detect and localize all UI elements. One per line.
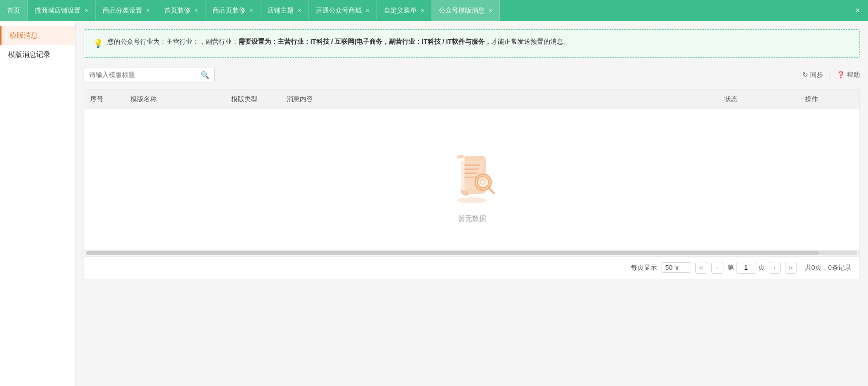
search-icon[interactable]: 🔍 [201, 71, 209, 79]
nav-tab-category-close[interactable]: × [146, 7, 150, 14]
notice-text: 您的公众号行业为：主营行业：，副营行业：需要设置为：主营行业：IT科技 / 互联… [107, 37, 570, 47]
th-action: 操作 [799, 90, 859, 109]
nav-tab-shop-theme-close[interactable]: × [298, 7, 301, 14]
svg-point-6 [478, 177, 489, 188]
nav-tab-weshop[interactable]: 微商城店铺设置 × [28, 0, 96, 21]
toolbar-divider: | [829, 71, 831, 79]
nav-tab-shop-theme-label: 店铺主题 [268, 6, 294, 15]
nav-tab-template-msg-label: 公众号模版消息 [439, 6, 485, 15]
nav-tab-homepage-label: 首页装修 [164, 6, 190, 15]
sync-button[interactable]: ↻ 同步 [803, 70, 823, 80]
th-name: 模版名称 [124, 90, 225, 109]
page-first-button[interactable]: ⊲ [695, 262, 707, 274]
sidebar-item-template-msg[interactable]: 模版消息 [0, 26, 75, 45]
page-input-wrap: 第 页 [727, 262, 765, 274]
nav-tab-product-decor-close[interactable]: × [249, 7, 253, 14]
svg-line-7 [489, 188, 494, 193]
search-bar: 🔍 ↻ 同步 | ❓ 帮助 [84, 67, 860, 83]
notice-prefix: 您的公众号行业为：主营行业：，副营行业： [107, 38, 238, 45]
page-size-label: 每页显示 [631, 263, 657, 272]
empty-text: 暂无数据 [458, 214, 486, 223]
main-layout: 模版消息 模版消息记录 💡 您的公众号行业为：主营行业：，副营行业：需要设置为：… [0, 21, 868, 386]
nav-tab-template-msg[interactable]: 公众号模版消息 × [432, 0, 500, 21]
svg-point-0 [457, 197, 487, 203]
th-content: 消息内容 [281, 90, 718, 109]
sidebar-item-template-msg-log[interactable]: 模版消息记录 [0, 45, 75, 64]
page-suffix: 页 [758, 263, 765, 272]
page-next-button[interactable]: › [769, 262, 781, 274]
nav-tab-shop-theme[interactable]: 店铺主题 × [260, 0, 309, 21]
horizontal-scrollbar[interactable] [84, 250, 859, 256]
notice-box: 💡 您的公众号行业为：主营行业：，副营行业：需要设置为：主营行业：IT科技 / … [84, 29, 860, 58]
nav-tab-template-msg-close[interactable]: × [489, 7, 492, 14]
content-area: 💡 您的公众号行业为：主营行业：，副营行业：需要设置为：主营行业：IT科技 / … [76, 21, 868, 386]
table-header: 序号 模版名称 模版类型 消息内容 状态 操作 [84, 90, 859, 109]
nav-tab-custom-menu-label: 自定义菜单 [384, 6, 417, 15]
nav-tab-product-decor-label: 商品页装修 [213, 6, 245, 15]
pagination: 每页显示 50 ∨ ⊲ ‹ 第 页 › ⊳ 共0页，0条记录 [84, 256, 859, 279]
nav-tab-home-label: 首页 [7, 6, 20, 15]
help-button[interactable]: ❓ 帮助 [837, 70, 860, 80]
nav-tab-home[interactable]: 首页 [0, 0, 28, 21]
page-last-button[interactable]: ⊳ [785, 262, 797, 274]
nav-tab-product-decor[interactable]: 商品页装修 × [206, 0, 260, 21]
toolbar-right: ↻ 同步 | ❓ 帮助 [803, 70, 860, 80]
sidebar-item-template-msg-log-label: 模版消息记录 [8, 50, 50, 58]
nav-tab-open-mall-label: 开通公众号商城 [316, 6, 362, 15]
nav-tab-category[interactable]: 商品分类设置 × [96, 0, 157, 21]
page-size-chevron-icon: ∨ [675, 264, 680, 271]
help-label: 帮助 [847, 70, 860, 80]
page-total: 共0页，0条记录 [805, 263, 851, 272]
data-table: 序号 模版名称 模版类型 消息内容 状态 操作 [84, 89, 860, 279]
search-input[interactable] [89, 71, 201, 79]
nav-tab-open-mall[interactable]: 开通公众号商城 × [309, 0, 377, 21]
notice-suffix: 才能正常发送预置的消息。 [491, 38, 570, 45]
help-icon: ❓ [837, 71, 845, 79]
top-nav: 首页 微商城店铺设置 × 商品分类设置 × 首页装修 × 商品页装修 × 店铺主… [0, 0, 868, 21]
page-prev-button[interactable]: ‹ [711, 262, 723, 274]
sync-label: 同步 [810, 70, 823, 80]
sync-icon: ↻ [803, 71, 808, 79]
page-size-value: 50 [665, 264, 673, 271]
nav-tab-category-label: 商品分类设置 [103, 6, 142, 15]
nav-tab-custom-menu[interactable]: 自定义菜单 × [377, 0, 432, 21]
nav-tab-custom-menu-close[interactable]: × [421, 7, 424, 14]
notice-icon: 💡 [93, 37, 103, 50]
page-input[interactable] [736, 262, 756, 274]
page-label: 第 [727, 263, 734, 272]
sidebar: 模版消息 模版消息记录 [0, 21, 76, 386]
close-all-button[interactable]: × [847, 6, 868, 15]
th-type: 模版类型 [225, 90, 281, 109]
notice-highlight: 需要设置为：主营行业：IT科技 / 互联网|电子商务，副营行业：IT科技 / I… [238, 38, 491, 45]
page-size-select[interactable]: 50 ∨ [661, 262, 691, 273]
nav-tab-homepage-close[interactable]: × [194, 7, 198, 14]
nav-tab-weshop-close[interactable]: × [85, 7, 88, 14]
search-input-wrap[interactable]: 🔍 [84, 67, 215, 83]
empty-state: 暂无数据 [84, 109, 859, 250]
th-seq: 序号 [84, 90, 124, 109]
empty-icon [442, 146, 502, 206]
nav-tab-weshop-label: 微商城店铺设置 [35, 6, 81, 15]
nav-tab-homepage[interactable]: 首页装修 × [157, 0, 206, 21]
scrollbar-thumb[interactable] [86, 251, 819, 255]
scrollbar-track[interactable] [86, 251, 857, 255]
nav-tab-open-mall-close[interactable]: × [366, 7, 369, 14]
sidebar-item-template-msg-label: 模版消息 [10, 31, 38, 39]
th-status: 状态 [718, 90, 799, 109]
